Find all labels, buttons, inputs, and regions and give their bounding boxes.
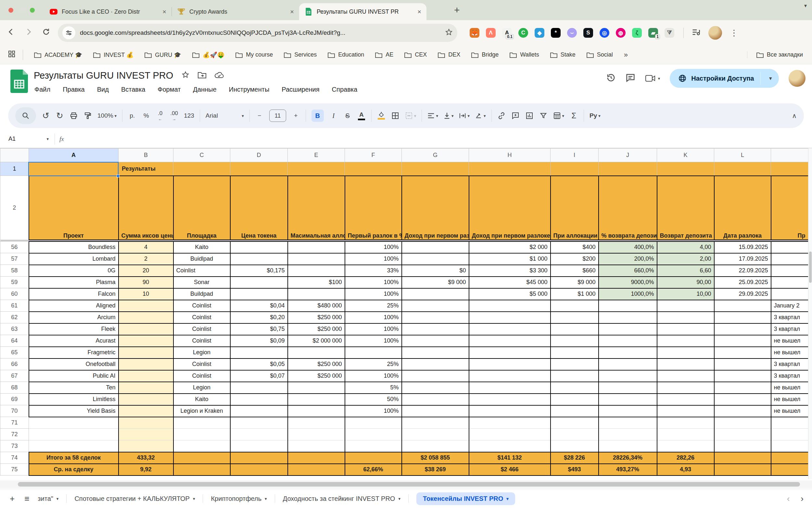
cell-b70[interactable] — [118, 405, 174, 417]
cell-k73[interactable] — [657, 440, 714, 452]
cell-d59[interactable] — [230, 277, 288, 288]
cell-g64[interactable] — [402, 335, 469, 347]
metamask-extension-icon[interactable]: 🦊 — [470, 28, 479, 38]
cell-b56[interactable]: 4 — [118, 242, 174, 253]
sheet-scroll-left-icon[interactable]: ‹ — [787, 494, 790, 504]
cell-f74[interactable] — [345, 452, 402, 464]
cell-c68[interactable]: Legion — [174, 382, 230, 393]
redo-icon[interactable]: ↻ — [55, 109, 64, 122]
cell-g71[interactable] — [402, 417, 469, 429]
cell-i68[interactable] — [551, 382, 599, 393]
cell-e57[interactable] — [288, 253, 345, 265]
menu-вставка[interactable]: Вставка — [121, 86, 145, 93]
cell-h61[interactable] — [469, 300, 551, 312]
cell-j67[interactable] — [599, 370, 657, 382]
cell-b60[interactable]: 10 — [118, 288, 174, 300]
menu-справка[interactable]: Справка — [332, 86, 357, 93]
cell-b65[interactable] — [118, 347, 174, 358]
cell-e66[interactable]: $250 000 — [288, 358, 345, 370]
cell-d75[interactable] — [230, 464, 288, 475]
cell-r1-c10[interactable] — [657, 162, 714, 176]
cell-l64[interactable] — [714, 335, 771, 347]
cell-m56[interactable] — [771, 242, 808, 253]
cell-l63[interactable] — [714, 324, 771, 335]
fill-color-button[interactable] — [377, 109, 386, 122]
cell-l72[interactable] — [714, 429, 771, 440]
cell-g62[interactable] — [402, 312, 469, 324]
row-header-59[interactable]: 59 — [0, 277, 29, 288]
cell-h73[interactable] — [469, 440, 551, 452]
cell-l58[interactable]: 22.09.2025 — [714, 265, 771, 277]
cell-b72[interactable] — [118, 429, 174, 440]
cell-i65[interactable] — [551, 347, 599, 358]
cell-d69[interactable] — [230, 393, 288, 405]
cell-e68[interactable] — [288, 382, 345, 393]
horizontal-scrollbar[interactable] — [0, 480, 812, 488]
merge-cells-button[interactable]: ▾ — [405, 109, 416, 122]
borders-button[interactable] — [391, 109, 399, 122]
cell-l57[interactable]: 17.09.2025 — [714, 253, 771, 265]
cell-h71[interactable] — [469, 417, 551, 429]
cell-c65[interactable]: Legion — [174, 347, 230, 358]
cell-f58[interactable]: 33% — [345, 265, 402, 277]
cell-j60[interactable]: 1000,0% — [599, 288, 657, 300]
cell-e75[interactable] — [288, 464, 345, 475]
cell-f60[interactable]: 100% — [345, 288, 402, 300]
cell-a65[interactable]: Fragmetric — [29, 347, 118, 358]
cell-h70[interactable] — [469, 405, 551, 417]
insert-chart-icon[interactable] — [525, 109, 534, 122]
cell-k66[interactable] — [657, 358, 714, 370]
tab-search-chevron-icon[interactable]: ▾ — [804, 3, 807, 9]
cell-c74[interactable] — [174, 452, 230, 464]
cell-e56[interactable] — [288, 242, 345, 253]
column-header-J[interactable]: J — [599, 149, 657, 162]
row-header-62[interactable]: 62 — [0, 312, 29, 324]
header-cell-9[interactable]: % возврата депозита с первого разлока — [599, 176, 657, 240]
share-dropdown-icon[interactable]: ▾ — [765, 75, 776, 81]
cell-h72[interactable] — [469, 429, 551, 440]
cell-b57[interactable]: 2 — [118, 253, 174, 265]
cell-m72[interactable] — [771, 429, 808, 440]
cell-i66[interactable] — [551, 358, 599, 370]
star-document-icon[interactable] — [182, 70, 189, 81]
cell-a75[interactable]: Ср. на сделку — [29, 464, 118, 475]
cell-k74[interactable]: 282,26 — [657, 452, 714, 464]
cell-m69[interactable]: не вышел — [771, 393, 808, 405]
cell-l61[interactable] — [714, 300, 771, 312]
cell-m65[interactable]: не вышел — [771, 347, 808, 358]
coral-extension-icon[interactable]: Λ — [486, 28, 496, 38]
cell-i72[interactable] — [551, 429, 599, 440]
neon-z-extension-icon[interactable]: ζ — [632, 28, 642, 38]
bookmark-folder-7[interactable]: Education — [328, 51, 364, 58]
cell-l60[interactable]: 29.09.2025 — [714, 288, 771, 300]
cell-i63[interactable] — [551, 324, 599, 335]
zoom-select[interactable]: 100%▾ — [97, 109, 116, 122]
cell-d71[interactable] — [230, 417, 288, 429]
cell-b68[interactable] — [118, 382, 174, 393]
cell-m73[interactable] — [771, 440, 808, 452]
cell-b61[interactable] — [118, 300, 174, 312]
format-currency-button[interactable]: р. — [128, 109, 136, 122]
cell-g58[interactable]: $0 — [402, 265, 469, 277]
sheet-tab-1[interactable]: зита"▾ — [38, 489, 66, 508]
cell-i62[interactable] — [551, 312, 599, 324]
cell-l62[interactable] — [714, 312, 771, 324]
row-header-56[interactable]: 56 — [0, 242, 29, 253]
decrease-decimals-button[interactable]: .0← — [156, 109, 164, 122]
cell-j75[interactable]: 493,27% — [599, 464, 657, 475]
cell-b64[interactable] — [118, 335, 174, 347]
column-header-L[interactable]: L — [714, 149, 771, 162]
address-bar[interactable]: docs.google.com/spreadsheets/d/1h6y2yzV0… — [58, 24, 457, 42]
s-extension-icon[interactable]: S — [583, 28, 593, 38]
cell-k62[interactable] — [657, 312, 714, 324]
cell-j72[interactable] — [599, 429, 657, 440]
bookmark-folder-4[interactable]: 💰🚀🤑 — [192, 51, 225, 58]
cell-g66[interactable] — [402, 358, 469, 370]
more-formats-button[interactable]: 123 — [184, 109, 194, 122]
cell-f70[interactable]: 100% — [345, 405, 402, 417]
horizontal-align-button[interactable]: ▾ — [427, 109, 438, 122]
apps-grid-icon[interactable] — [8, 50, 15, 59]
sheet-tab-3[interactable]: Криптопортфель▾ — [203, 489, 275, 508]
close-tab-icon[interactable]: × — [162, 8, 166, 15]
cell-b74[interactable]: 433,32 — [118, 452, 174, 464]
